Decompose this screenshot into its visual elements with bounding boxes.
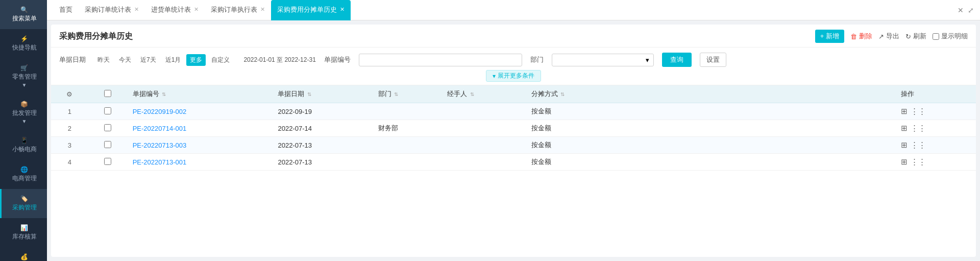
sidebar-item-shortcut[interactable]: ⚡ 快捷导航: [0, 29, 47, 58]
doc-num-label: 单据编号: [324, 55, 351, 64]
doc-num-input[interactable]: [359, 54, 522, 66]
column-split-method: 分摊方式 ⇅: [526, 85, 896, 103]
export-icon: ↗: [878, 33, 884, 40]
add-button[interactable]: + 新增: [815, 30, 844, 43]
filter-settings-button[interactable]: 设置: [700, 53, 726, 67]
sidebar: 🔍 搜索菜单 ⚡ 快捷导航 🛒 零售管理 ▼ 📦 批发管理 ▼ 📱 小畅电商 🌐…: [0, 0, 47, 261]
row-checkbox[interactable]: [104, 158, 111, 165]
date-btn-custom[interactable]: 自定义: [208, 54, 233, 66]
refresh-button[interactable]: ↻ 刷新: [905, 32, 926, 41]
chevron-down-icon: ▾: [646, 56, 649, 64]
query-button[interactable]: 查询: [662, 53, 692, 67]
dept-label: 部门: [530, 55, 544, 64]
select-all-checkbox[interactable]: [104, 90, 111, 97]
tab-home[interactable]: 首页: [53, 0, 79, 20]
tab-purchase-order-stats[interactable]: 采购订单统计表 ✕: [79, 0, 145, 20]
row-actions: ⊞ ⋮⋮: [896, 154, 976, 171]
display-toggle-checkbox[interactable]: [933, 33, 939, 40]
tab-close-purchase-order-stats[interactable]: ✕: [134, 6, 139, 13]
row-actions: ⊞ ⋮⋮: [896, 120, 976, 137]
row-checkbox[interactable]: [104, 124, 111, 131]
row-handler: [442, 103, 526, 120]
sidebar-item-retail[interactable]: 🛒 零售管理 ▼: [0, 58, 47, 94]
tab-close-all-icon[interactable]: ✕: [958, 6, 964, 14]
tab-purchase-arrival-stats[interactable]: 进货单统计表 ✕: [145, 0, 205, 20]
row-doc-date: 2022-07-13: [273, 137, 373, 154]
row-num: 1: [51, 103, 88, 120]
doc-num-link[interactable]: PE-20220713-001: [133, 158, 187, 166]
row-checkbox[interactable]: [104, 141, 111, 148]
sort-doc-num-icon[interactable]: ⇅: [162, 91, 166, 97]
sidebar-item-inventory[interactable]: 📊 库存核算: [0, 218, 47, 247]
table-wrap: ⚙ 单据编号 ⇅ 单据日期 ⇅ 部门: [51, 85, 976, 257]
row-dept: [373, 154, 442, 171]
row-checkbox-cell: [88, 154, 128, 171]
row-checkbox-cell: [88, 137, 128, 154]
row-view-icon[interactable]: ⊞: [901, 140, 908, 150]
column-actions: 操作: [896, 85, 976, 103]
tab-purchase-order-exec[interactable]: 采购订单执行表 ✕: [205, 0, 271, 20]
row-more-icon[interactable]: ⋮⋮: [911, 124, 926, 133]
tab-close-purchase-arrival-stats[interactable]: ✕: [194, 6, 199, 13]
sort-split-icon[interactable]: ⇅: [560, 91, 565, 97]
row-more-icon[interactable]: ⋮⋮: [911, 107, 926, 116]
filter-row-main: 单据日期 昨天 今天 近7天 近1月 更多 自定义 2022-01-01 至 2…: [59, 53, 968, 67]
tab-close-purchase-cost-history[interactable]: ✕: [340, 6, 345, 13]
doc-num-link[interactable]: PE-20220713-003: [133, 141, 187, 149]
sort-handler-icon[interactable]: ⇅: [470, 91, 474, 97]
row-dept: [373, 137, 442, 154]
sidebar-item-purchase[interactable]: 🏷️ 采购管理: [0, 189, 47, 218]
sort-doc-date-icon[interactable]: ⇅: [307, 91, 311, 97]
row-doc-date: 2022-09-19: [273, 103, 373, 120]
row-dept: 财务部: [373, 120, 442, 137]
date-label: 单据日期: [59, 55, 86, 64]
row-checkbox-cell: [88, 120, 128, 137]
row-more-icon[interactable]: ⋮⋮: [911, 140, 926, 150]
row-view-icon[interactable]: ⊞: [901, 157, 908, 167]
sidebar-item-ecommerce[interactable]: 🌐 电商管理: [0, 160, 47, 189]
doc-num-link[interactable]: PE-20220919-002: [133, 108, 187, 115]
date-btn-yesterday[interactable]: 昨天: [94, 54, 113, 66]
row-checkbox[interactable]: [104, 107, 111, 114]
column-settings[interactable]: ⚙: [51, 85, 88, 103]
date-btn-more[interactable]: 更多: [186, 54, 206, 66]
sidebar-item-mini[interactable]: 📱 小畅电商: [0, 131, 47, 160]
data-table: ⚙ 单据编号 ⇅ 单据日期 ⇅ 部门: [51, 85, 976, 171]
tab-purchase-cost-history[interactable]: 采购费用分摊单历史 ✕: [271, 0, 351, 20]
table-row: 3 PE-20220713-003 2022-07-13 按金额 ⊞ ⋮⋮: [51, 137, 976, 154]
row-view-icon[interactable]: ⊞: [901, 124, 908, 133]
table-row: 2 PE-20220714-001 2022-07-14 财务部 按金额 ⊞ ⋮…: [51, 120, 976, 137]
row-num: 2: [51, 120, 88, 137]
row-doc-date: 2022-07-14: [273, 120, 373, 137]
sidebar-item-wholesale[interactable]: 📦 批发管理 ▼: [0, 94, 47, 131]
row-num: 3: [51, 137, 88, 154]
date-buttons: 昨天 今天 近7天 近1月 更多 自定义: [94, 54, 233, 66]
tab-actions: ✕ ⤢: [958, 6, 974, 14]
export-button[interactable]: ↗ 导出: [878, 32, 899, 41]
tab-close-purchase-order-exec[interactable]: ✕: [260, 6, 265, 13]
tab-maximize-icon[interactable]: ⤢: [968, 6, 974, 14]
row-more-icon[interactable]: ⋮⋮: [911, 157, 926, 167]
doc-num-link[interactable]: PE-20220714-001: [133, 125, 187, 132]
column-handler: 经手人 ⇅: [442, 85, 526, 103]
row-doc-num: PE-20220713-003: [128, 137, 273, 154]
row-handler: [442, 120, 526, 137]
date-btn-today[interactable]: 今天: [115, 54, 135, 66]
dept-select[interactable]: ▾: [552, 54, 654, 66]
row-split-method: 按金额: [526, 154, 896, 171]
row-view-icon[interactable]: ⊞: [901, 107, 908, 116]
delete-button[interactable]: 🗑 删除: [850, 32, 872, 41]
date-btn-7days[interactable]: 近7天: [137, 54, 160, 66]
sidebar-item-search[interactable]: 🔍 搜索菜单: [0, 0, 47, 29]
sort-dept-icon[interactable]: ⇅: [394, 91, 398, 97]
refresh-icon: ↻: [905, 33, 911, 40]
date-btn-1month[interactable]: 近1月: [162, 54, 185, 66]
row-num: 4: [51, 154, 88, 171]
display-toggle[interactable]: 显示明细: [933, 32, 968, 41]
table-row: 4 PE-20220713-001 2022-07-13 按金额 ⊞ ⋮⋮: [51, 154, 976, 171]
sidebar-item-finance[interactable]: 💰 资金管理: [0, 247, 47, 261]
expand-more-button[interactable]: ▾ 展开更多条件: [486, 70, 541, 82]
chevron-down-expand-icon: ▾: [493, 73, 496, 80]
row-checkbox-cell: [88, 103, 128, 120]
page-title: 采购费用分摊单历史: [59, 31, 133, 42]
